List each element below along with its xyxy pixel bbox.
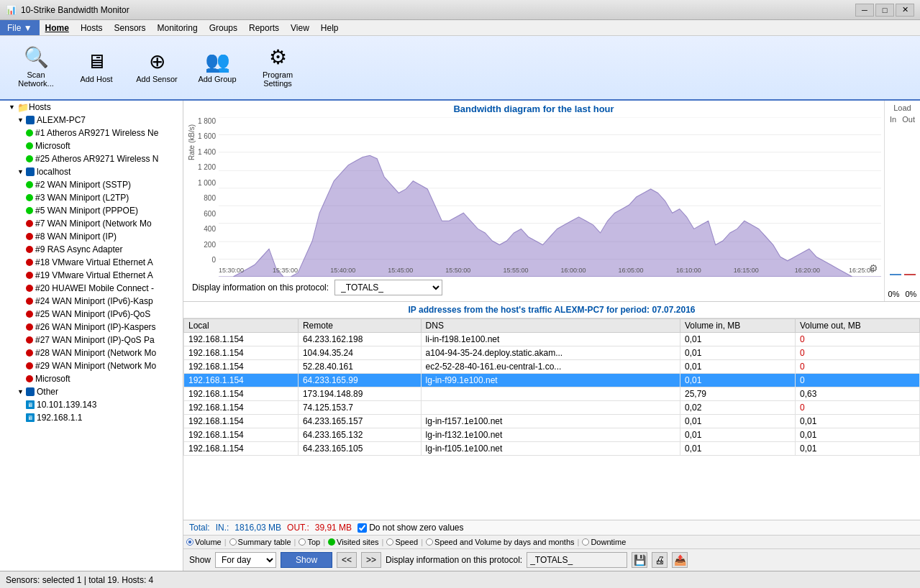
- menu-file[interactable]: File ▼: [0, 20, 40, 35]
- export-button[interactable]: 📤: [672, 552, 688, 568]
- sensor-network7[interactable]: #7 WAN Miniport (Network Mo: [0, 217, 183, 230]
- tab-sv-radio: [426, 538, 433, 546]
- menu-home[interactable]: Home: [40, 20, 75, 35]
- save-report-button[interactable]: 💾: [632, 552, 647, 568]
- cell-2: lg-in-f105.1e100.net: [421, 442, 680, 456]
- alexm-host[interactable]: ▼ ALEXM-PC7: [0, 114, 183, 127]
- cell-4: 0: [795, 333, 919, 346]
- show-button[interactable]: Show: [281, 552, 332, 568]
- period-select[interactable]: For day For week For month: [215, 552, 276, 568]
- ip-table: Local Remote DNS Volume in, MB Volume ou…: [183, 318, 920, 456]
- cell-0: 192.168.1.154: [184, 428, 299, 442]
- menu-help[interactable]: Help: [315, 20, 345, 35]
- sensor-ip8[interactable]: #8 WAN Miniport (IP): [0, 230, 183, 243]
- add-group-button[interactable]: 👥 Add Group: [188, 39, 246, 96]
- sensor-status-icon: [26, 155, 33, 162]
- tab-downtime[interactable]: Downtime: [582, 538, 626, 546]
- cell-4: 0: [795, 401, 919, 415]
- protocol-dropdown[interactable]: _TOTALS_: [334, 280, 442, 295]
- other-host-2[interactable]: 🖥 192.168.1.1: [0, 411, 183, 424]
- table-row[interactable]: 192.168.1.15452.28.40.161ec2-52-28-40-16…: [184, 360, 920, 374]
- sensor-sstp[interactable]: #2 WAN Miniport (SSTP): [0, 178, 183, 191]
- sensor-atheros1[interactable]: #1 Atheros AR9271 Wireless Ne: [0, 127, 183, 139]
- tab-downtime-label: Downtime: [591, 538, 626, 546]
- cell-3: 0,01: [680, 428, 795, 442]
- tab-speed[interactable]: Speed: [386, 538, 418, 546]
- next-button[interactable]: >>: [361, 552, 381, 568]
- table-row[interactable]: 192.168.1.15464.233.162.198li-in-f198.1e…: [184, 333, 920, 346]
- sensor-label: #18 VMware Virtual Ethernet A: [35, 257, 153, 267]
- minimize-button[interactable]: ─: [855, 4, 874, 17]
- menu-sensors[interactable]: Sensors: [109, 20, 152, 35]
- add-host-icon: 🖥: [86, 52, 106, 72]
- cell-4: 0: [795, 374, 919, 387]
- right-content: Bandwidth diagram for the last hour Rate…: [183, 101, 920, 571]
- tab-summary-table[interactable]: Summary table: [229, 538, 291, 546]
- sensor-vmware18[interactable]: #18 VMware Virtual Ethernet A: [0, 256, 183, 269]
- table-row[interactable]: 192.168.1.15464.233.165.99lg-in-f99.1e10…: [184, 374, 920, 387]
- cell-3: 0,01: [680, 415, 795, 428]
- sensor-atheros25[interactable]: #25 Atheros AR9271 Wireless N: [0, 152, 183, 165]
- sensor-pppoe[interactable]: #5 WAN Miniport (PPPOE): [0, 204, 183, 217]
- chart-area: Bandwidth diagram for the last hour Rate…: [183, 101, 920, 302]
- sensor-status-icon: [26, 311, 33, 318]
- sensor-ipv625[interactable]: #25 WAN Miniport (IPv6)-QoS: [0, 308, 183, 321]
- tab-top-label: Top: [307, 538, 320, 546]
- tab-visited-label: Visited sites: [337, 538, 379, 546]
- tab-volume[interactable]: Volume: [186, 538, 222, 546]
- tab-visited-sites[interactable]: Visited sites: [328, 538, 379, 546]
- chart-settings-button[interactable]: ⚙: [869, 262, 878, 274]
- table-row[interactable]: 192.168.1.15474.125.153.70,020: [184, 401, 920, 415]
- menu-hosts[interactable]: Hosts: [75, 20, 109, 35]
- sensor-network29[interactable]: #29 WAN Miniport (Network Mo: [0, 359, 183, 372]
- sensor-ip27[interactable]: #27 WAN Miniport (IP)-QoS Pa: [0, 334, 183, 346]
- bandwidth-chart-svg: 15:30:00 15:35:00 15:40:00 15:45:00 15:5…: [219, 117, 881, 277]
- prev-button[interactable]: <<: [337, 552, 357, 568]
- add-host-label: Add Host: [80, 75, 112, 83]
- add-group-icon: 👥: [205, 52, 230, 72]
- sensor-ip26[interactable]: #26 WAN Miniport (IP)-Kaspers: [0, 321, 183, 334]
- cell-2: a104-94-35-24.deploy.static.akam...: [421, 346, 680, 360]
- table-row[interactable]: 192.168.1.15464.233.165.105lg-in-f105.1e…: [184, 442, 920, 456]
- other-group[interactable]: ▼ Other: [0, 385, 183, 398]
- add-sensor-label: Add Sensor: [136, 75, 177, 83]
- hosts-group[interactable]: ▼ 📁 Hosts: [0, 101, 183, 114]
- table-row[interactable]: 192.168.1.154173.194.148.8925,790,63: [184, 387, 920, 401]
- program-settings-button[interactable]: ⚙ Program Settings: [249, 39, 306, 96]
- sensor-label: #2 WAN Miniport (SSTP): [35, 180, 131, 190]
- sensor-microsoft-local[interactable]: Microsoft: [0, 372, 183, 385]
- sensor-huawei20[interactable]: #20 HUAWEI Mobile Connect -: [0, 282, 183, 295]
- zero-values-checkbox[interactable]: [357, 523, 367, 533]
- maximize-button[interactable]: □: [875, 4, 894, 17]
- scan-network-button[interactable]: 🔍 Scan Network...: [7, 39, 65, 96]
- menu-view[interactable]: View: [285, 20, 315, 35]
- sensor-microsoft1[interactable]: Microsoft: [0, 139, 183, 152]
- tab-speed-volume[interactable]: Speed and Volume by days and months: [426, 538, 574, 546]
- close-button[interactable]: ✕: [896, 4, 914, 17]
- localhost-host[interactable]: ▼ localhost: [0, 165, 183, 178]
- add-host-button[interactable]: 🖥 Add Host: [68, 39, 125, 96]
- tab-top[interactable]: Top: [299, 538, 320, 546]
- sensor-l2tp[interactable]: #3 WAN Miniport (L2TP): [0, 191, 183, 204]
- sensor-status-icon: [26, 129, 33, 137]
- add-sensor-button[interactable]: ⊕ Add Sensor: [128, 39, 186, 96]
- protocol-input[interactable]: [527, 552, 627, 568]
- sensor-ras9[interactable]: #9 RAS Async Adapter: [0, 243, 183, 256]
- print-button[interactable]: 🖨: [652, 552, 668, 568]
- zero-values-checkbox-label[interactable]: Do not show zero values: [357, 523, 463, 533]
- chart-right-panel: Load In Out 0% 0%: [884, 101, 920, 301]
- menu-monitoring[interactable]: Monitoring: [152, 20, 204, 35]
- table-row[interactable]: 192.168.1.15464.233.165.132lg-in-f132.1e…: [184, 428, 920, 442]
- sensor-ipv624[interactable]: #24 WAN Miniport (IPv6)-Kasp: [0, 295, 183, 308]
- menu-reports[interactable]: Reports: [243, 20, 285, 35]
- table-row[interactable]: 192.168.1.15464.233.165.157lg-in-f157.1e…: [184, 415, 920, 428]
- sensor-vmware19[interactable]: #19 VMware Virtual Ethernet A: [0, 269, 183, 282]
- hosts-folder-icon: 📁: [17, 102, 29, 113]
- data-table-container[interactable]: Local Remote DNS Volume in, MB Volume ou…: [183, 318, 920, 520]
- other-host-1[interactable]: 🖥 10.101.139.143: [0, 398, 183, 411]
- table-row[interactable]: 192.168.1.154104.94.35.24a104-94-35-24.d…: [184, 346, 920, 360]
- y-label: 0: [211, 256, 216, 264]
- sensor-network28[interactable]: #28 WAN Miniport (Network Mo: [0, 346, 183, 359]
- add-sensor-icon: ⊕: [149, 52, 165, 72]
- menu-groups[interactable]: Groups: [204, 20, 243, 35]
